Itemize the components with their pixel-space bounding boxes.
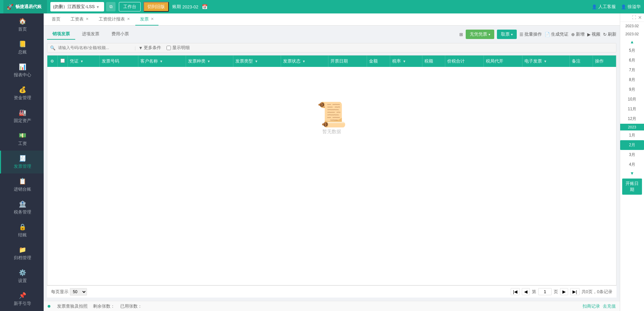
date-item-2023-1[interactable]: 1月 — [620, 130, 644, 140]
sidebar-item-fixed-assets[interactable]: 🏭 固定资产 — [0, 105, 44, 128]
get-invoice-button[interactable]: 取票 ▾ — [497, 30, 517, 39]
sidebar-item-label: 固定资产 — [14, 118, 31, 124]
sidebar-item-sales-ledger[interactable]: 📋 进销台账 — [0, 173, 44, 196]
sidebar-item-close[interactable]: 🔒 结账 — [0, 219, 44, 242]
recharge-link[interactable]: 去充值 — [603, 303, 616, 309]
generate-voucher-button[interactable]: 📄 生成凭证 — [545, 31, 568, 37]
no-voucher-button[interactable]: 无凭凭票 ▾ — [466, 30, 494, 39]
sub-tab-sales-invoice[interactable]: 销项发票 — [47, 29, 75, 40]
footer-links: 扣商记录 去充值 — [583, 303, 616, 309]
col-tax-rate: 税率 ▼ — [390, 55, 422, 67]
date-item-2023-2[interactable]: 2月 — [620, 140, 644, 150]
search-input[interactable] — [58, 45, 132, 50]
more-conditions-button[interactable]: ▼ 更多条件 — [138, 45, 161, 51]
tab-wage-stats[interactable]: 工资统计报表 ✕ — [94, 13, 135, 26]
last-page-button[interactable]: ▶| — [570, 288, 579, 295]
sidebar-item-settings[interactable]: ⚙️ 设置 — [0, 265, 44, 288]
sidebar-item-reports[interactable]: 📊 报表中心 — [0, 59, 44, 82]
sidebar-item-payroll[interactable]: 💵 工资 — [0, 128, 44, 151]
video-icon: ▶ — [587, 32, 591, 37]
category-filter-icon[interactable]: ▼ — [255, 60, 258, 63]
sidebar-item-general-ledger[interactable]: 📒 总账 — [0, 36, 44, 59]
next-page-button[interactable]: ▶ — [560, 288, 568, 295]
funds-icon: 💰 — [19, 86, 26, 93]
per-page-select[interactable]: 50 10 20 100 — [70, 288, 87, 296]
date-item-11[interactable]: 11月 — [620, 104, 644, 114]
date-item-2023-02-a[interactable]: 2023.02 — [620, 22, 644, 30]
date-item-8[interactable]: 8月 — [620, 75, 644, 85]
col-amount: 金额 — [367, 55, 390, 67]
user-avatar[interactable]: 👤 徐溢华 — [621, 4, 641, 10]
remaining-label: 剩余张数： — [93, 303, 115, 309]
year-2023-label[interactable]: 2023 — [620, 124, 644, 130]
deduct-record-link[interactable]: 扣商记录 — [583, 303, 600, 309]
sidebar-item-archive[interactable]: 📁 归档管理 — [0, 242, 44, 265]
tab-home[interactable]: 首页 — [47, 13, 65, 26]
tab-wage-stats-close-icon[interactable]: ✕ — [127, 17, 130, 21]
sidebar-item-guide[interactable]: 📌 新手引导 — [0, 288, 44, 311]
col-voucher: 凭证 ▼ — [67, 55, 100, 67]
col-checkbox[interactable] — [57, 55, 67, 67]
tab-wage[interactable]: 工资表 ✕ — [66, 13, 93, 26]
col-open-date: 开票日期 — [328, 55, 367, 67]
sidebar-item-label: 首页 — [18, 26, 27, 32]
col-invoice-category: 发票类型 ▼ — [233, 55, 281, 67]
customer-filter-icon[interactable]: ▼ — [159, 60, 163, 63]
select-all-checkbox[interactable] — [60, 59, 65, 63]
invoice-icon: 🧾 — [19, 155, 26, 162]
tab-invoice-close-icon[interactable]: ✕ — [151, 17, 154, 21]
prev-page-button[interactable]: ◀ — [522, 288, 530, 295]
einvoice-filter-icon[interactable]: ▼ — [544, 60, 547, 63]
date-item-2023-3[interactable]: 3月 — [620, 150, 644, 160]
col-e-invoice: 电子发票 ▼ — [522, 55, 570, 67]
date-item-2023-4[interactable]: 4月 — [620, 160, 644, 169]
tab-wage-close-icon[interactable]: ✕ — [86, 17, 89, 21]
video-button[interactable]: ▶ 视频 — [587, 31, 600, 37]
no-voucher-dropdown-icon: ▾ — [489, 33, 490, 36]
show-detail-checkbox[interactable]: 显示明细 — [167, 45, 190, 51]
first-page-button[interactable]: |◀ — [511, 288, 520, 295]
sidebar-item-home[interactable]: 🏠 首页 — [0, 13, 44, 36]
status-filter-icon[interactable]: ▼ — [302, 60, 306, 63]
company-selector[interactable]: (勿删）江西股宝-LSS ▾ — [50, 2, 104, 11]
col-settings[interactable]: ⚙ — [47, 55, 57, 67]
date-item-6[interactable]: 6月 — [620, 55, 644, 65]
date-item-9[interactable]: 9月 — [620, 85, 644, 94]
date-item-10[interactable]: 10月 — [620, 94, 644, 104]
date-scroll-down-icon[interactable]: ▼ — [620, 169, 644, 177]
sub-tab-expense-receipt[interactable]: 费用小票 — [106, 29, 134, 40]
per-page-info: 每页显示 50 10 20 100 — [51, 288, 87, 296]
date-item-12[interactable]: 12月 — [620, 114, 644, 124]
date-item-5[interactable]: 5月 — [620, 46, 644, 55]
batch-ops-button[interactable]: ☰ 批量操作 — [519, 31, 542, 37]
sidebar-item-invoices[interactable]: 🧾 发票管理 — [0, 151, 44, 173]
type-filter-icon[interactable]: ▼ — [207, 60, 211, 63]
date-item-2023-02-b[interactable]: 2023.02 — [620, 30, 644, 38]
page-input[interactable] — [538, 288, 552, 295]
toolbar-right: ⊞ 无凭凭票 ▾ 取票 ▾ ☰ 批量操作 📄 — [459, 30, 616, 39]
grid-view-button[interactable]: ⊞ — [459, 32, 463, 37]
copy-button[interactable]: ⧉ — [106, 2, 116, 11]
workspace-button[interactable]: 工作台 — [119, 2, 141, 11]
taxrate-filter-icon[interactable]: ▼ — [403, 60, 406, 63]
period-calendar-icon[interactable]: 📅 — [202, 4, 208, 9]
support-button[interactable]: 👤 人工客服 — [592, 4, 616, 10]
sub-tab-purchase-invoice[interactable]: 进项发票 — [77, 29, 105, 40]
detail-checkbox[interactable] — [167, 46, 171, 50]
switch-version-button[interactable]: 切到旧版 — [143, 2, 169, 12]
empty-state: 📜 暂无数据 — [47, 67, 616, 168]
tab-wage-label: 工资表 — [71, 16, 84, 22]
sidebar-item-funds[interactable]: 💰 资金管理 — [0, 82, 44, 105]
tab-invoice[interactable]: 发票 ✕ — [135, 13, 158, 26]
open-period-button[interactable]: 开账日期 — [622, 179, 642, 195]
tab-home-label: 首页 — [52, 16, 60, 22]
date-item-7[interactable]: 7月 — [620, 65, 644, 75]
date-panel-close-icon[interactable]: ✕ — [638, 15, 642, 20]
sidebar-item-tax[interactable]: 🏦 税务管理 — [0, 196, 44, 219]
voucher-filter-icon[interactable]: ▼ — [80, 60, 84, 63]
refresh-button[interactable]: ↻ 刷新 — [603, 31, 616, 37]
new-button[interactable]: ⊕ 新增 — [571, 31, 585, 37]
date-scroll-up-icon[interactable]: ▲ — [620, 38, 644, 46]
header-right: 👤 人工客服 👤 徐溢华 — [592, 4, 641, 10]
date-panel-expand-icon[interactable]: ⛶ — [632, 15, 636, 20]
